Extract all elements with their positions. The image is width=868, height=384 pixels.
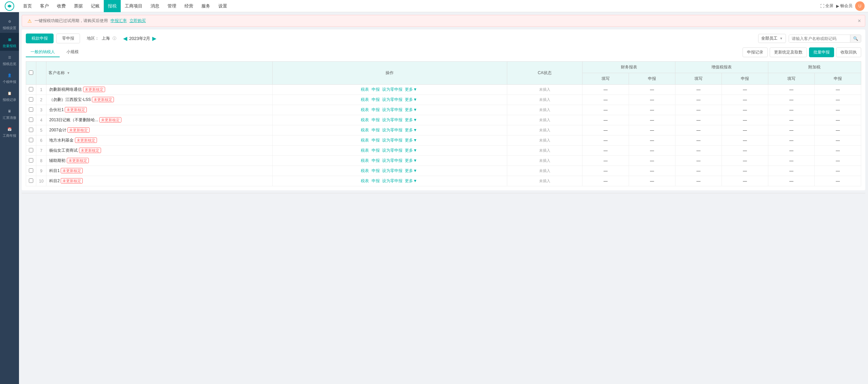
tab-tax-declare[interactable]: 税款申报: [26, 34, 54, 43]
nav-client[interactable]: 客户: [36, 0, 53, 12]
op-tax-table[interactable]: 税表: [361, 178, 369, 183]
row-checkbox[interactable]: [29, 168, 33, 173]
op-declare[interactable]: 申报: [372, 138, 380, 143]
op-more[interactable]: 更多▼: [405, 97, 417, 102]
op-zero-declare[interactable]: 设为零申报: [382, 138, 402, 143]
staff-select[interactable]: 全部员工 ▼: [758, 34, 786, 43]
op-zero-declare[interactable]: 设为零申报: [382, 97, 402, 102]
nav-operation[interactable]: 经营: [180, 0, 197, 12]
nav-manage[interactable]: 管理: [163, 0, 180, 12]
nav-service[interactable]: 服务: [197, 0, 214, 12]
sidebar-item-overview[interactable]: ☰ 报税总览: [0, 51, 19, 69]
op-more[interactable]: 更多▼: [405, 128, 417, 132]
op-zero-declare[interactable]: 设为零申报: [382, 158, 402, 163]
row-ca-status: 未插入: [507, 146, 582, 156]
row-vat-fill: —: [675, 115, 722, 125]
row-checkbox[interactable]: [29, 158, 33, 163]
row-checkbox[interactable]: [29, 97, 33, 102]
tab-small-scale[interactable]: 小规模: [62, 47, 83, 57]
prev-period-btn[interactable]: ◀: [123, 35, 127, 42]
op-tax-table[interactable]: 税表: [361, 118, 369, 122]
op-tax-table[interactable]: 税表: [361, 138, 369, 143]
nav-billing[interactable]: 收费: [53, 0, 70, 12]
row-finance-fill: —: [583, 105, 629, 115]
op-more[interactable]: 更多▼: [405, 168, 417, 173]
op-declare[interactable]: 申报: [372, 158, 380, 163]
upgrade-btn[interactable]: ▶ 畅会员: [836, 3, 852, 9]
op-zero-declare[interactable]: 设为零申报: [382, 128, 402, 132]
op-tax-table[interactable]: 税表: [361, 168, 369, 173]
op-declare[interactable]: 申报: [372, 128, 380, 132]
banner-close-btn[interactable]: ×: [858, 18, 861, 24]
op-declare[interactable]: 申报: [372, 118, 380, 122]
row-add-declare: —: [814, 166, 861, 176]
filter-row: 税款申报 零申报 地区： 上海 ⓘ ◀ 2023年2月 ▶ 全部员工 ▼ 🔍: [26, 34, 861, 43]
btn-batch-declare[interactable]: 批量申报: [809, 47, 834, 57]
row-checkbox[interactable]: [29, 107, 33, 112]
op-zero-declare[interactable]: 设为零申报: [382, 168, 402, 173]
th-operation: 操作: [272, 62, 507, 85]
op-tax-table[interactable]: 税表: [361, 128, 369, 132]
bottom-scroll-bar[interactable]: [22, 193, 865, 197]
select-all-checkbox[interactable]: [29, 70, 33, 75]
row-checkbox[interactable]: [29, 87, 33, 91]
sidebar-item-tax-settings[interactable]: ⚙ 报税设置: [0, 15, 19, 33]
nav-tax[interactable]: 报税: [104, 0, 121, 12]
op-tax-table[interactable]: 税表: [361, 87, 369, 92]
op-zero-declare[interactable]: 设为零申报: [382, 107, 402, 112]
op-more[interactable]: 更多▼: [405, 138, 417, 143]
op-declare[interactable]: 申报: [372, 168, 380, 173]
op-zero-declare[interactable]: 设为零申报: [382, 118, 402, 122]
table-wrapper: 客户名称 ▼ 操作 CA状态 财务报表 增值税报表 附加税 填写 申报: [26, 61, 861, 186]
nav-business[interactable]: 工商项目: [121, 0, 146, 12]
row-checkbox[interactable]: [29, 118, 33, 122]
fullscreen-btn[interactable]: ⛶ 全屏: [820, 3, 833, 9]
sidebar-item-annual[interactable]: 📅 工商年报: [0, 123, 19, 141]
op-more[interactable]: 更多▼: [405, 148, 417, 153]
search-btn[interactable]: 🔍: [850, 35, 861, 42]
nav-settings[interactable]: 设置: [214, 0, 231, 12]
op-more[interactable]: 更多▼: [405, 178, 417, 183]
next-period-btn[interactable]: ▶: [152, 35, 156, 42]
nav-home[interactable]: 首页: [19, 0, 36, 12]
op-tax-table[interactable]: 税表: [361, 158, 369, 163]
op-tax-table[interactable]: 税表: [361, 97, 369, 102]
nav-bookkeeping[interactable]: 记账: [87, 0, 104, 12]
tab-general-taxpayer[interactable]: 一般的纳税人: [26, 47, 60, 57]
op-more[interactable]: 更多▼: [405, 87, 417, 92]
op-zero-declare[interactable]: 设为零申报: [382, 178, 402, 183]
row-checkbox[interactable]: [29, 148, 33, 152]
user-avatar[interactable]: U: [855, 1, 865, 11]
op-zero-declare[interactable]: 设为零申报: [382, 87, 402, 92]
sidebar-item-personal-tax[interactable]: 👤 个税申报: [0, 69, 19, 87]
banner-link2[interactable]: 立即购买: [130, 18, 146, 24]
op-more[interactable]: 更多▼: [405, 158, 417, 163]
row-checkbox[interactable]: [29, 138, 33, 142]
banner-link1[interactable]: 申报汇率: [111, 18, 127, 24]
op-declare[interactable]: 申报: [372, 97, 380, 102]
op-more[interactable]: 更多▼: [405, 118, 417, 122]
nav-invoice[interactable]: 票据: [70, 0, 87, 12]
sidebar-item-record[interactable]: 📋 报税记录: [0, 87, 19, 105]
tab-zero-declare[interactable]: 零申报: [56, 34, 80, 43]
btn-declare-record[interactable]: 申报记录: [743, 47, 768, 57]
op-declare[interactable]: 申报: [372, 87, 380, 92]
op-declare[interactable]: 申报: [372, 178, 380, 183]
btn-update-data[interactable]: 更新统定及取数: [770, 47, 807, 57]
top-nav-right: ⛶ 全屏 ▶ 畅会员 U: [820, 1, 865, 11]
sidebar-item-settlement[interactable]: 🖩 汇算清缴: [0, 105, 19, 123]
op-tax-table[interactable]: 税表: [361, 107, 369, 112]
op-tax-table[interactable]: 税表: [361, 148, 369, 153]
info-icon[interactable]: ⓘ: [113, 36, 116, 41]
op-more[interactable]: 更多▼: [405, 107, 417, 112]
op-declare[interactable]: 申报: [372, 107, 380, 112]
row-checkbox[interactable]: [29, 128, 33, 132]
row-checkbox[interactable]: [29, 178, 33, 183]
sidebar-item-batch-tax[interactable]: ▦ 批量报税: [0, 33, 19, 51]
btn-collect-receipt[interactable]: 收取回执: [836, 47, 861, 57]
op-zero-declare[interactable]: 设为零申报: [382, 148, 402, 153]
nav-message[interactable]: 消息: [146, 0, 163, 12]
row-ca-status: 未插入: [507, 105, 582, 115]
op-declare[interactable]: 申报: [372, 148, 380, 153]
search-input[interactable]: [789, 35, 850, 42]
